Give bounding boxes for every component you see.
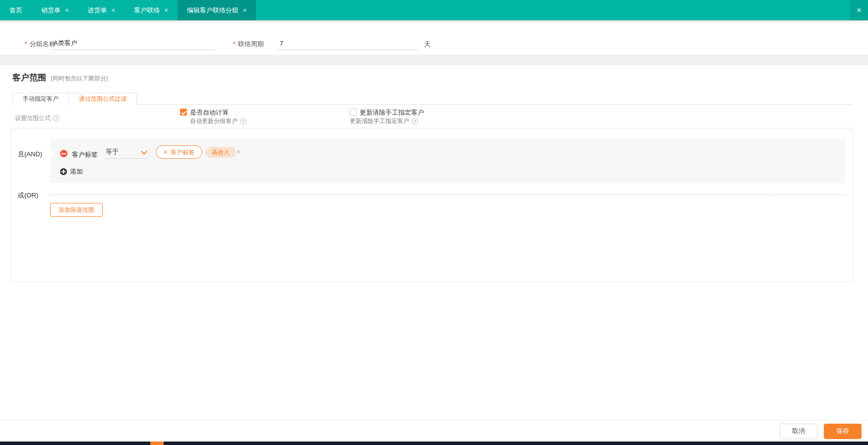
section-divider bbox=[0, 55, 868, 65]
contact-cycle-input[interactable] bbox=[277, 37, 419, 50]
section-subtitle: (同时包含以下两部分) bbox=[51, 74, 108, 83]
plus-icon: + bbox=[164, 148, 168, 156]
save-button[interactable]: 保存 bbox=[824, 424, 862, 439]
tab-manual-assign-customers[interactable]: 手动指定客户 bbox=[12, 93, 69, 105]
tab-label: 销货单 bbox=[41, 6, 61, 15]
section-title: 客户范围 bbox=[12, 72, 46, 83]
tab-label: 进货单 bbox=[88, 6, 107, 15]
browser-tab-bar: 首页 销货单 × 进货单 × 客户联络 × 编辑客户联络分组 × × bbox=[0, 0, 868, 20]
chevron-down-icon bbox=[141, 148, 147, 155]
taskbar-accent bbox=[150, 442, 164, 445]
add-filter-range-button[interactable]: 添加筛选范围 bbox=[50, 203, 103, 217]
plus-circle-icon bbox=[60, 168, 67, 175]
required-asterisk: * bbox=[233, 41, 236, 48]
or-dashed-divider bbox=[50, 194, 845, 195]
tab-label: 首页 bbox=[9, 6, 22, 15]
required-asterisk: * bbox=[25, 41, 27, 48]
close-icon: × bbox=[857, 6, 861, 15]
close-tab-icon[interactable]: × bbox=[112, 7, 116, 13]
clear-manual-checkbox[interactable] bbox=[350, 109, 357, 116]
or-label: 或(OR) bbox=[18, 191, 38, 200]
taskbar-strip bbox=[0, 442, 868, 445]
customer-scope-heading: 客户范围 (同时包含以下两部分) bbox=[12, 72, 108, 83]
nav-tab-home[interactable]: 首页 bbox=[0, 0, 32, 20]
clear-manual-label: 更新清除手工指定客户 bbox=[360, 109, 424, 116]
close-tab-icon[interactable]: × bbox=[65, 7, 69, 13]
set-scope-formula-label: 设置范围公式 ? bbox=[15, 114, 60, 123]
close-page-button[interactable]: × bbox=[850, 0, 868, 20]
group-name-input[interactable] bbox=[51, 37, 216, 50]
remove-condition-icon[interactable] bbox=[60, 150, 67, 157]
help-icon[interactable]: ? bbox=[412, 118, 418, 125]
add-condition-link[interactable]: 添加 bbox=[60, 167, 83, 176]
tab-filter-by-formula[interactable]: 通过范围公式过滤 bbox=[68, 93, 137, 105]
edit-customer-contact-group-page: 首页 销货单 × 进货单 × 客户联络 × 编辑客户联络分组 × × *分组名称… bbox=[0, 0, 868, 445]
close-tab-icon[interactable]: × bbox=[164, 7, 168, 13]
nav-tab-edit-contact-group[interactable]: 编辑客户联络分组 × bbox=[178, 0, 256, 20]
selected-tag-chip: 高收入 bbox=[205, 147, 236, 158]
close-tab-icon[interactable]: × bbox=[243, 7, 247, 13]
auto-calc-checkbox[interactable] bbox=[180, 109, 187, 116]
tag-close-icon[interactable]: x bbox=[237, 149, 240, 154]
nav-tab-purchase-order[interactable]: 进货单 × bbox=[78, 0, 125, 20]
footer-action-bar: 取消 保存 bbox=[0, 420, 868, 442]
scope-tab-bar: 手动指定客户 通过范围公式过滤 bbox=[12, 93, 853, 105]
clear-manual-helper: 更新清除手工指定客户 ? bbox=[350, 117, 418, 126]
help-icon[interactable]: ? bbox=[53, 115, 60, 122]
condition-field-label: 客户标签 bbox=[72, 150, 98, 159]
cancel-button[interactable]: 取消 bbox=[780, 424, 817, 439]
cycle-unit-label: 天 bbox=[424, 40, 431, 49]
scope-formula-panel: 且(AND) 客户标签 等于 +客户标签 高收入 x 添加 或(OR) 添加筛选… bbox=[11, 128, 853, 282]
tab-label: 编辑客户联络分组 bbox=[187, 6, 239, 15]
nav-tab-customer-contact[interactable]: 客户联络 × bbox=[124, 0, 178, 20]
auto-calc-helper: 自动更新分组客户 ? bbox=[190, 117, 247, 126]
tab-label: 客户联络 bbox=[134, 6, 160, 15]
help-icon[interactable]: ? bbox=[240, 118, 247, 125]
nav-tab-sales-order[interactable]: 销货单 × bbox=[32, 0, 78, 20]
operator-select[interactable]: 等于 bbox=[106, 145, 149, 159]
contact-cycle-label: *联络周期 bbox=[233, 40, 264, 49]
add-customer-tag-button[interactable]: +客户标签 bbox=[156, 145, 202, 159]
auto-calc-label: 是否自动计算 bbox=[190, 109, 229, 116]
and-label: 且(AND) bbox=[18, 150, 42, 159]
